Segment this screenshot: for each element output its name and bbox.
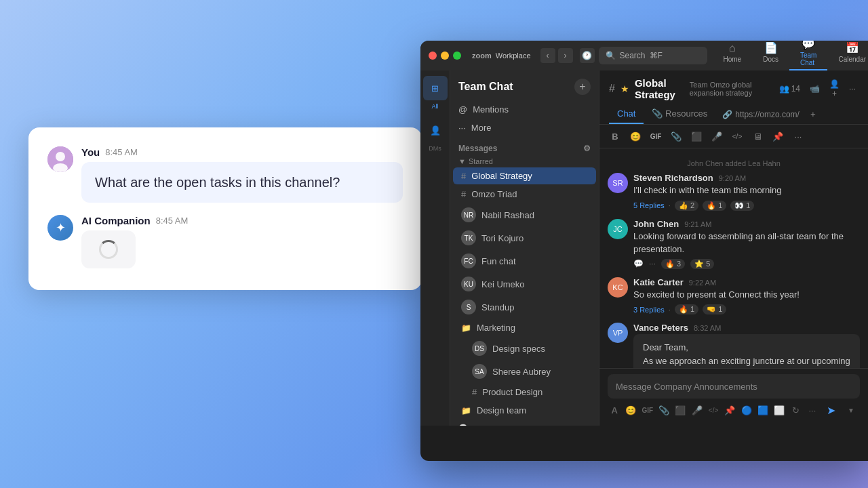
hash-icon: # (461, 171, 466, 181)
input-pin-button[interactable]: 📌 (723, 401, 736, 419)
input-attach-button[interactable]: 📎 (657, 401, 671, 419)
add-channel-button[interactable]: + (574, 79, 591, 95)
input-emoji-button[interactable]: 😊 (624, 401, 637, 419)
kei-avatar: KU (461, 277, 476, 291)
john-time: 9:21 AM (684, 220, 711, 228)
code-button[interactable]: </> (728, 127, 746, 145)
nav-tab-calendar[interactable]: 📅 Calendar (827, 41, 868, 70)
format-bold-button[interactable]: B (606, 127, 624, 145)
add-members-button[interactable]: 👤+ (827, 78, 842, 100)
fun-chat-label: Fun chat (481, 256, 516, 266)
design-team-label: Design team (477, 405, 526, 415)
channel-kei-umeko[interactable]: KU Kei Umeko (453, 273, 596, 295)
input-add2-button[interactable]: 🟦 (756, 401, 770, 419)
add-tab-button[interactable]: + (806, 105, 820, 123)
john-react-button[interactable]: 💬 (633, 259, 644, 268)
messages-area[interactable]: John Chen added Lea Hahn SR Steven Richa… (599, 148, 868, 368)
gif-button[interactable]: GIF (647, 127, 665, 145)
all-icon: ⊞ (431, 83, 439, 94)
ai-loading-bubble (81, 230, 136, 268)
channel-design-team[interactable]: 📁 Design team (453, 402, 596, 419)
reaction-fire[interactable]: 🔥 1 (703, 201, 726, 211)
sheree-label: Sheree Aubrey (492, 367, 551, 377)
katie-msg-content: Katie Carter 9:22 AM So excited to prese… (633, 277, 860, 315)
more-icon: ··· (458, 123, 466, 133)
search-bar[interactable]: 🔍 Search ⌘F (599, 47, 707, 64)
vance-avatar: VP (608, 323, 628, 343)
nav-tab-home[interactable]: ⌂ Home (713, 41, 753, 70)
mentions-label: Mentions (473, 104, 509, 115)
mentions-item[interactable]: @ Mentions (450, 100, 599, 119)
nav-tab-teamchat[interactable]: 💬 Team Chat (789, 41, 827, 70)
ai-message: ✦ AI Companion 8:45 AM (47, 215, 403, 268)
message-input[interactable]: Message Company Announcements (608, 374, 860, 399)
recents-icon: 💬 (458, 424, 468, 426)
channel-tori-kojuro[interactable]: TK Tori Kojuro (453, 227, 596, 249)
katie-fist-reaction[interactable]: 🤜 1 (703, 304, 726, 314)
forward-button[interactable]: › (558, 48, 573, 63)
channel-product-design[interactable]: # Product Design (453, 384, 596, 401)
user-message-content: You 8:45 AM What are the open tasks in t… (81, 146, 403, 203)
nav-tab-docs-label: Docs (763, 56, 778, 63)
reaction-thumbsup[interactable]: 👍 2 (675, 201, 698, 211)
messages-section-header: Messages ⚙ (450, 137, 599, 156)
channel-nabil-rashad[interactable]: NR Nabil Rashad (453, 204, 596, 226)
channel-design-specs[interactable]: DS Design specs (453, 338, 596, 359)
input-format-button[interactable]: A (608, 401, 621, 419)
fullscreen-button[interactable] (453, 52, 461, 60)
channel-marketing[interactable]: 📁 Marketing (453, 319, 596, 336)
member-count-button[interactable]: 👥 14 (776, 83, 803, 95)
channel-omzo-triad[interactable]: # Omzo Triad (453, 186, 596, 203)
input-add1-button[interactable]: 🔵 (740, 401, 753, 419)
more-toolbar-button[interactable]: ··· (789, 127, 807, 145)
pin-button[interactable]: 📌 (769, 127, 787, 145)
tab-chat[interactable]: Chat (609, 104, 644, 124)
search-icon: 🔍 (606, 51, 616, 60)
icon-sidebar: ⊞ All 👤 DMs (420, 70, 450, 426)
more-item[interactable]: ··· More (450, 119, 599, 137)
tab-resources[interactable]: 📎 Resources (644, 104, 715, 124)
input-more-button[interactable]: ··· (806, 401, 819, 419)
steven-msg-header: Steven Richardson 9:20 AM (633, 173, 860, 183)
emoji-button[interactable]: 😊 (627, 127, 644, 145)
history-button[interactable]: 🕐 (580, 48, 595, 63)
john-more-button[interactable]: ··· (649, 259, 656, 268)
nav-tab-docs[interactable]: 📄 Docs (752, 41, 789, 70)
screenshot-button[interactable]: ⬛ (688, 127, 705, 145)
more-options-button[interactable]: ··· (846, 83, 859, 95)
john-star-reaction[interactable]: ⭐ 5 (690, 259, 714, 269)
channel-global-strategy[interactable]: # Global Strategy (453, 167, 596, 184)
send-button[interactable]: ➤ (822, 401, 840, 419)
attachment-button[interactable]: 📎 (667, 127, 685, 145)
message-row-john: JC John Chen 9:21 AM Looking forward to … (608, 219, 860, 269)
more-label: More (471, 123, 492, 133)
video-button[interactable]: 📹 (807, 83, 823, 95)
audio-button[interactable]: 🎤 (708, 127, 726, 145)
katie-name: Katie Carter (633, 277, 684, 287)
reaction-eyes[interactable]: 👀 1 (730, 201, 754, 211)
input-refresh-button[interactable]: ↻ (789, 401, 802, 419)
katie-replies[interactable]: 3 Replies (633, 306, 665, 314)
sidebar-all-icon[interactable]: ⊞ (423, 76, 448, 100)
input-screenshot-button[interactable]: ⬛ (673, 401, 687, 419)
channel-fun-chat[interactable]: FC Fun chat (453, 250, 596, 272)
john-fire-reaction[interactable]: 🔥 3 (661, 259, 685, 269)
search-shortcut: ⌘F (650, 51, 663, 60)
sidebar-dms-icon[interactable]: 👤 (423, 118, 448, 142)
send-options-button[interactable]: ▼ (842, 401, 860, 419)
steven-replies[interactable]: 5 Replies (633, 201, 665, 209)
input-gif-button[interactable]: GIF (641, 401, 654, 419)
katie-fire-reaction[interactable]: 🔥 1 (675, 304, 698, 314)
back-button[interactable]: ‹ (540, 48, 555, 63)
input-code-button[interactable]: </> (707, 401, 720, 419)
channel-standup[interactable]: S Standup (453, 296, 596, 318)
ai-name: AI Companion (81, 215, 151, 226)
fun-avatar: FC (461, 253, 476, 268)
channel-sheree-aubrey[interactable]: SA Sheree Aubrey (453, 361, 596, 382)
tab-link[interactable]: 🔗 https://omzo.com/ (715, 106, 806, 123)
minimize-button[interactable] (441, 52, 449, 60)
input-audio-button[interactable]: 🎤 (690, 401, 704, 419)
close-button[interactable] (429, 52, 437, 60)
screen-share-button[interactable]: 🖥 (749, 127, 766, 145)
input-add3-button[interactable]: ⬜ (772, 401, 786, 419)
